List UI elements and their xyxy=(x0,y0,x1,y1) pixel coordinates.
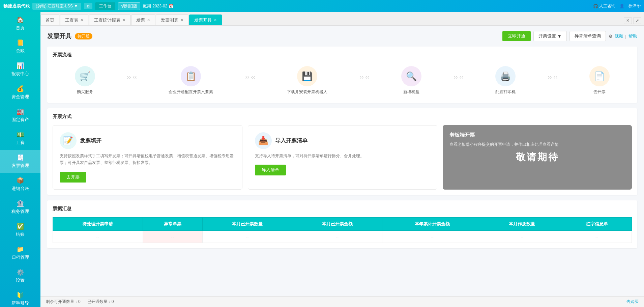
step-label-config: 企业开通配置开票六要素 xyxy=(169,89,213,95)
step-icon-open: 📄 xyxy=(589,66,610,86)
stats-section: 票据汇总 待处理开票申请 异常单票 本月已开票数量 本月已开票金额 本年累计开票… xyxy=(47,200,637,248)
sidebar-item-label: 报表中心 xyxy=(11,71,29,77)
fill-invoice-desc: 支持按照发票样式手工填写开发票；可开具增值税电子普通发票、增值税普通发票、增值税… xyxy=(60,152,235,166)
stats-td-void-count: -- xyxy=(482,230,562,243)
sidebar-item-label: 首页 xyxy=(16,25,25,31)
used-count: 已开通数量：0 xyxy=(87,299,114,305)
ledger-icon: 📒 xyxy=(17,39,24,47)
stats-th-monthly-count: 本月已开票数量 xyxy=(202,217,292,230)
method-section-title: 开票方式 xyxy=(53,114,632,120)
period-label: 账期 2023-02 📅 xyxy=(143,3,174,9)
fill-invoice-card: 📝 发票填开 支持按照发票样式手工填写开发票；可开具增值税电子普通发票、增值税普… xyxy=(53,125,242,190)
copy-button[interactable]: ⧉ xyxy=(84,3,92,9)
step-buy-service[interactable]: 🛒 购买服务 xyxy=(75,66,95,95)
guide-icon: 🔰 xyxy=(17,291,24,299)
step-printer[interactable]: 🖨️ 配置打印机 xyxy=(495,66,516,95)
stats-td-pending: -- xyxy=(53,230,143,243)
abnormal-list-button[interactable]: 异常清单查询 xyxy=(569,31,606,41)
stats-td-monthly-count: -- xyxy=(202,230,292,243)
sidebar-item-guide[interactable]: 🔰 新手引导 xyxy=(0,287,40,307)
stats-th-red-note: 红字信息单 xyxy=(562,217,632,230)
immediate-open-button[interactable]: 立即开通 xyxy=(502,31,531,41)
stats-data-row: -- -- -- -- -- -- -- xyxy=(53,230,632,243)
stats-header-row: 待处理开票申请 异常单票 本月已开票数量 本月已开票金额 本年累计开票金额 本月… xyxy=(53,217,632,230)
sidebar-item-label: 固定资产 xyxy=(11,117,29,123)
arrow-2: ›› ‹‹ xyxy=(245,74,255,81)
stats-td-monthly-amount: -- xyxy=(292,230,382,243)
sidebar-item-settings[interactable]: ⚙️ 设置 xyxy=(0,264,40,287)
sidebar-item-label: 归档管理 xyxy=(11,254,29,260)
sidebar-item-label: 进销台账 xyxy=(11,186,29,192)
main-layout: 🏠 首页 📒 总账 📊 报表中心 💰 资金管理 🏭 固定资产 💵 工资 🧾 发票… xyxy=(0,12,644,307)
fill-invoice-title: 发票填开 xyxy=(80,137,101,144)
home-icon: 🏠 xyxy=(17,16,24,24)
reconcile-icon: ✅ xyxy=(17,223,24,230)
sidebar-item-reconcile[interactable]: ✅ 结账 xyxy=(0,219,40,242)
sidebar-item-salary[interactable]: 💵 工资 xyxy=(0,127,40,150)
tab-expand[interactable]: ⤢ xyxy=(633,17,641,24)
step-download[interactable]: 💾 下载并安装开票机器人 xyxy=(287,66,327,95)
funds-icon: 💰 xyxy=(17,85,24,92)
buy-link[interactable]: 去购买 xyxy=(626,299,639,305)
sidebar-item-label: 总账 xyxy=(16,48,25,54)
arrow-5: ›› ‹‹ xyxy=(548,74,557,81)
fill-invoice-icon: 📝 xyxy=(60,132,77,149)
arrow-4: ›› ‹‹ xyxy=(453,74,463,81)
sidebar-item-archive[interactable]: 📁 归档管理 xyxy=(0,242,40,264)
method-section: 开票方式 📝 发票填开 支持按照发票样式手工填写开发票；可开具增值税电子普通发票… xyxy=(47,108,637,195)
settings-button[interactable]: 开票设置 ▼ xyxy=(533,31,567,41)
sidebar-item-label: 资金管理 xyxy=(11,94,29,100)
tab-close-all[interactable]: ✕ xyxy=(624,17,632,24)
username[interactable]: 徐泽华 xyxy=(628,3,641,9)
company-selector[interactable]: (勿动) 江西服室-LSS ▼ xyxy=(32,3,81,10)
step-open-invoice[interactable]: 📄 去开票 xyxy=(589,66,610,95)
import-invoice-button[interactable]: 导入清单 xyxy=(255,165,286,175)
video-button[interactable]: 视频 xyxy=(615,33,623,39)
tab-salary-report[interactable]: 工资统计报表 ✕ xyxy=(89,15,130,25)
help-button[interactable]: 帮助 xyxy=(628,33,637,39)
user-avatar[interactable]: 👤 xyxy=(619,4,624,8)
tab-invoice-calc[interactable]: 发票测算 ✕ xyxy=(156,15,188,25)
tab-salary[interactable]: 工资表 ✕ xyxy=(60,15,88,25)
page-header: 发票开具 待开通 立即开通 开票设置 ▼ 异常清单查询 ⚙ 视频 | 帮助 xyxy=(47,31,637,41)
sidebar-item-label: 税务管理 xyxy=(11,208,29,215)
workstation-button[interactable]: 工作台 xyxy=(95,2,115,10)
reports-icon: 📊 xyxy=(17,62,24,69)
sidebar-item-invoice[interactable]: 🧾 发票管理 xyxy=(0,150,40,173)
tab-close-invoice-calc[interactable]: ✕ xyxy=(180,18,183,22)
step-tax-disk[interactable]: 🔍 新增税盘 xyxy=(401,66,421,95)
sidebar-item-tax[interactable]: 🏦 税务管理 xyxy=(0,196,40,219)
import-invoice-card: 📥 导入开票清单 支持导入待开票清单，可对待开票清单进行拆分、合并处理。 导入清… xyxy=(248,125,438,190)
tab-close-invoice-open[interactable]: ✕ xyxy=(214,18,217,22)
stats-th-monthly-amount: 本月已开票金额 xyxy=(292,217,382,230)
page-content: 发票开具 待开通 立即开通 开票设置 ▼ 异常清单查询 ⚙ 视频 | 帮助 xyxy=(40,26,644,296)
stats-th-yearly-amount: 本年累计开票金额 xyxy=(382,217,482,230)
remaining-count: 剩余可开通数量：0 xyxy=(46,299,81,305)
step-icon-tax: 🔍 xyxy=(401,66,421,86)
process-section: 开票流程 🛒 购买服务 ›› ‹‹ 📋 企业开通配置开票六要素 xyxy=(47,47,637,103)
sidebar-item-assets[interactable]: 🏭 固定资产 xyxy=(0,104,40,127)
step-label-open: 去开票 xyxy=(593,89,606,95)
tab-invoice[interactable]: 发票 ✕ xyxy=(131,15,155,25)
tab-invoice-open[interactable]: 发票开具 ✕ xyxy=(189,15,222,25)
tab-close-invoice[interactable]: ✕ xyxy=(147,18,150,22)
top-bar-left: 畅捷通易代账 (勿动) 江西服室-LSS ▼ ⧉ 工作台 切到旧版 账期 202… xyxy=(3,2,174,10)
sidebar-item-funds[interactable]: 💰 资金管理 xyxy=(0,81,40,104)
tab-close-salary-report[interactable]: ✕ xyxy=(122,18,125,22)
fill-invoice-button[interactable]: 去开票 xyxy=(60,172,86,183)
old-version-button[interactable]: 切到旧版 xyxy=(118,2,140,10)
app-logo: 畅捷通易代账 xyxy=(3,3,30,9)
tab-close-salary[interactable]: ✕ xyxy=(80,18,83,22)
step-config[interactable]: 📋 企业开通配置开票六要素 xyxy=(169,66,213,95)
sidebar-item-ledger[interactable]: 📒 总账 xyxy=(0,35,40,58)
sidebar-item-reports[interactable]: 📊 报表中心 xyxy=(0,58,40,81)
stats-th-pending: 待处理开票申请 xyxy=(53,217,143,230)
stats-section-title: 票据汇总 xyxy=(53,206,632,212)
stats-td-red-note: -- xyxy=(562,230,632,243)
sidebar-item-purchase[interactable]: 📦 进销台账 xyxy=(0,173,40,196)
tab-home[interactable]: 首页 xyxy=(40,15,59,25)
arrow-1: ›› ‹‹ xyxy=(127,74,137,81)
sidebar-item-home[interactable]: 🏠 首页 xyxy=(0,12,40,35)
customer-service[interactable]: 🎧 人工咨询 xyxy=(593,3,615,9)
sidebar-item-label: 设置 xyxy=(16,277,25,283)
